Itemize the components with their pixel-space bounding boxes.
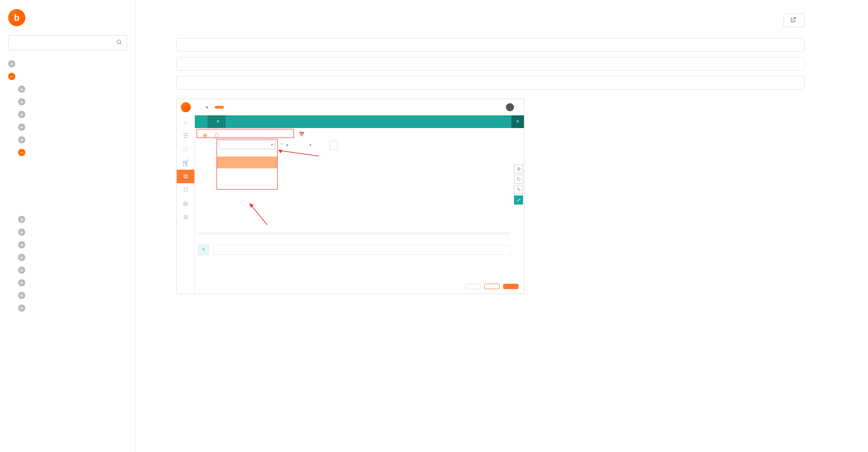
ss-nav-icon: ⊞ <box>177 197 194 210</box>
embedded-screenshot: ⌂ ☰ □ 🛒 ⧉ ☷ ⊞ ⚙ ▾ <box>176 99 524 294</box>
ss-logo-icon <box>181 102 191 112</box>
nav-2-3[interactable] <box>8 108 127 121</box>
nav-2-6-6[interactable] <box>8 186 127 191</box>
nav-2-6-1[interactable] <box>8 159 127 164</box>
nav-2-6-10[interactable] <box>8 208 127 213</box>
nav-2-9[interactable] <box>8 238 127 251</box>
logo-icon: b <box>8 9 25 26</box>
ss-save-button <box>503 284 519 289</box>
nav-2-7[interactable] <box>8 213 127 226</box>
ss-side-tools: ⊕↻✎⤢ <box>514 164 524 205</box>
nav-docs[interactable] <box>8 70 127 83</box>
nav-2-2[interactable] <box>8 95 127 108</box>
nav-tree <box>8 57 127 314</box>
annotation-box-2: ▾ <box>217 139 278 190</box>
ss-nav-icon-active: ⧉ <box>177 170 194 183</box>
nav-2-8[interactable] <box>8 226 127 238</box>
search-input[interactable] <box>8 35 127 50</box>
intro-box <box>176 38 805 52</box>
ss-note-input <box>213 245 510 255</box>
ss-nav-icon: ⚙ <box>177 210 194 224</box>
svg-line-1 <box>120 43 122 44</box>
sidebar: b <box>0 0 136 452</box>
search <box>8 35 127 50</box>
ss-tab-current: × <box>208 115 226 128</box>
ss-draft-button <box>484 284 500 289</box>
ss-tab-home <box>195 115 208 128</box>
nav-2-14[interactable] <box>8 302 127 314</box>
ss-nav-icon: ☰ <box>177 129 194 143</box>
ss-avatar-icon <box>506 103 514 111</box>
ss-nav-icon: ☷ <box>177 183 194 197</box>
ss-note-icon: ✎ <box>198 244 209 256</box>
ss-cancel-button <box>465 284 481 289</box>
ss-nav-icon: ⌂ <box>177 115 194 129</box>
nav-2-4[interactable] <box>8 121 127 133</box>
nav-video[interactable] <box>8 57 127 70</box>
nav-2-6-4[interactable] <box>8 175 127 181</box>
ss-nav-icon: 🛒 <box>177 156 194 170</box>
logo: b <box>8 9 127 26</box>
ss-footer-buttons <box>198 284 519 289</box>
nav-2-1[interactable] <box>8 83 127 95</box>
nav-2-6-3[interactable] <box>8 170 127 175</box>
share-icon <box>790 17 796 24</box>
svg-point-0 <box>117 40 121 43</box>
nav-2-5[interactable] <box>8 133 127 146</box>
main: ⌂ ☰ □ 🛒 ⧉ ☷ ⊞ ⚙ ▾ <box>136 0 868 452</box>
nav-2-13[interactable] <box>8 289 127 302</box>
nav-2-11[interactable] <box>8 264 127 276</box>
nav-2-6-7[interactable] <box>8 191 127 197</box>
annotation-box-1 <box>197 129 294 138</box>
nav-2-6-8[interactable] <box>8 197 127 202</box>
role-box <box>176 57 805 71</box>
ss-left-nav: ⌂ ☰ □ 🛒 ⧉ ☷ ⊞ ⚙ <box>177 99 195 294</box>
ss-close-icon: × <box>511 115 524 128</box>
nav-2-6-2[interactable] <box>8 164 127 170</box>
share-button[interactable] <box>783 14 805 27</box>
ss-nav-icon: □ <box>177 143 194 156</box>
ss-tabs: × × <box>195 115 524 128</box>
ss-top-bar: ▾ <box>195 99 524 115</box>
svg-marker-3 <box>278 150 283 153</box>
annotation-arrow-1 <box>278 150 319 158</box>
nav-2-12[interactable] <box>8 276 127 289</box>
nav-2-10[interactable] <box>8 251 127 264</box>
nav-2-6[interactable] <box>8 146 127 159</box>
nav-2-6-9[interactable] <box>8 202 127 208</box>
path-box <box>176 76 805 90</box>
svg-line-2 <box>280 151 319 156</box>
annotation-arrow-2 <box>249 203 272 226</box>
svg-line-4 <box>251 205 267 225</box>
search-icon[interactable] <box>116 39 123 47</box>
ss-buy-button <box>215 106 224 109</box>
nav-2-6-5[interactable] <box>8 181 127 186</box>
